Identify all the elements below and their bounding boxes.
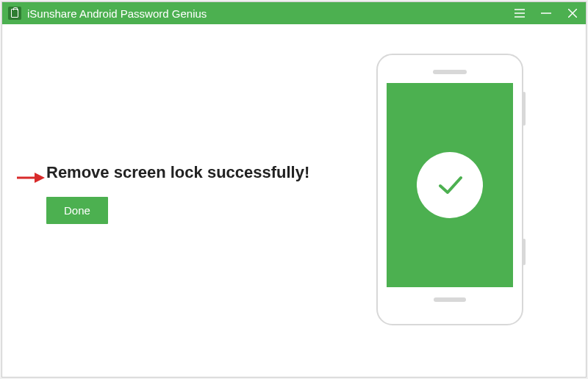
arrow-annotation-icon bbox=[15, 172, 45, 187]
message-panel: Remove screen lock successfully! Done bbox=[46, 156, 358, 224]
content-area: Remove screen lock successfully! Done bbox=[2, 24, 586, 377]
phone-home-icon bbox=[434, 297, 466, 302]
phone-screen bbox=[387, 83, 513, 287]
app-logo-icon bbox=[8, 7, 21, 20]
phone-side-button-icon bbox=[523, 92, 526, 126]
close-icon[interactable] bbox=[565, 6, 580, 21]
phone-illustration bbox=[376, 54, 523, 325]
success-check-icon bbox=[417, 152, 483, 218]
phone-speaker-icon bbox=[433, 70, 467, 74]
titlebar: iSunshare Android Password Genius bbox=[2, 2, 586, 24]
app-title: iSunshare Android Password Genius bbox=[27, 7, 512, 20]
app-window: iSunshare Android Password Genius bbox=[1, 1, 587, 378]
done-button[interactable]: Done bbox=[46, 197, 108, 224]
phone-side-button-icon bbox=[523, 239, 526, 265]
illustration-panel bbox=[358, 54, 542, 325]
titlebar-controls bbox=[512, 6, 580, 21]
minimize-icon[interactable] bbox=[539, 6, 553, 21]
success-heading: Remove screen lock successfully! bbox=[46, 163, 358, 182]
svg-marker-7 bbox=[35, 173, 45, 183]
menu-icon[interactable] bbox=[512, 6, 527, 21]
